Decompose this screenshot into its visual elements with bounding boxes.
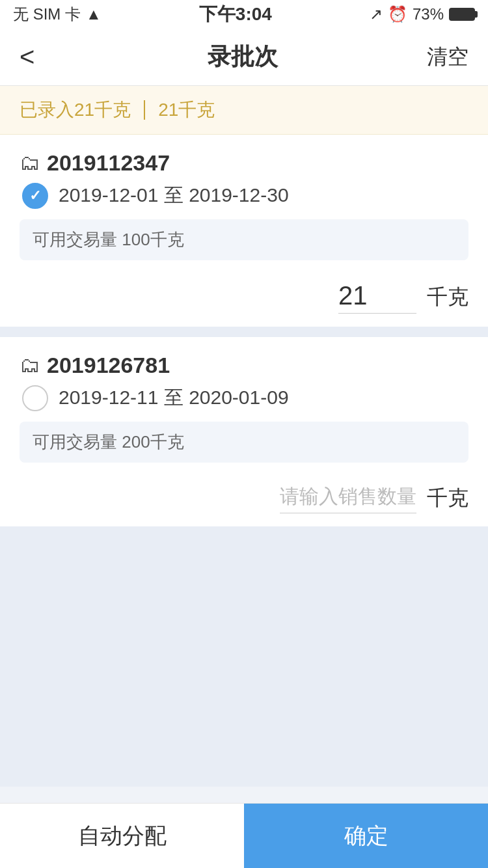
wifi-icon: ▲ — [86, 5, 102, 23]
batch-2-header-area: 🗂 2019126781 2019-12-11 至 2020-01-09 可用交… — [0, 337, 488, 463]
clear-button[interactable]: 清空 — [427, 43, 468, 72]
batch-doc-icon-2: 🗂 — [20, 353, 40, 377]
battery-label: 73% — [413, 5, 444, 23]
batch-1-id: 2019112347 — [47, 150, 170, 176]
batch-item-1: 🗂 2019112347 2019-12-01 至 2019-12-30 可用交… — [0, 135, 488, 327]
batch-2-id: 2019126781 — [47, 353, 170, 378]
bottom-bar: 自动分配 确定 — [0, 803, 488, 868]
recorded-amount: 已录入21千克 — [20, 98, 131, 122]
batch-2-input-row[interactable]: 请输入销售数量 千克 — [0, 473, 488, 526]
page-title: 录批次 — [208, 41, 278, 73]
content-area: 🗂 2019112347 2019-12-01 至 2019-12-30 可用交… — [0, 135, 488, 852]
batch-2-quantity-input[interactable]: 请输入销售数量 — [280, 483, 416, 513]
gray-background — [0, 526, 488, 787]
batch-1-date: 2019-12-01 至 2019-12-30 — [59, 182, 289, 209]
confirm-button[interactable]: 确定 — [244, 804, 488, 868]
sim-label: 无 SIM 卡 — [13, 4, 81, 25]
batch-1-quantity-value: 21 — [338, 281, 368, 310]
batch-2-id-row: 🗂 2019126781 — [20, 353, 468, 378]
batch-1-id-row: 🗂 2019112347 — [20, 150, 468, 176]
back-button[interactable]: < — [20, 42, 59, 72]
info-divider — [144, 100, 145, 120]
battery-icon — [449, 8, 475, 21]
info-banner: 已录入21千克 21千克 — [0, 86, 488, 135]
nav-bar: < 录批次 清空 — [0, 29, 488, 86]
section-divider — [0, 327, 488, 337]
batch-1-availability: 可用交易量 100千克 — [20, 219, 468, 260]
batch-2-availability: 可用交易量 200千克 — [20, 422, 468, 463]
batch-1-quantity-row[interactable]: 21 千克 — [0, 271, 488, 327]
status-right: ↗ ⏰ 73% — [370, 5, 475, 23]
batch-item-2: 🗂 2019126781 2019-12-11 至 2020-01-09 可用交… — [0, 337, 488, 526]
amount-value: 21千克 — [158, 98, 215, 122]
status-left: 无 SIM 卡 ▲ — [13, 4, 102, 25]
auto-distribute-button[interactable]: 自动分配 — [0, 804, 244, 868]
batch-1-header-area: 🗂 2019112347 2019-12-01 至 2019-12-30 可用交… — [0, 135, 488, 260]
status-bar: 无 SIM 卡 ▲ 下午3:04 ↗ ⏰ 73% — [0, 0, 488, 29]
batch-1-radio[interactable] — [22, 183, 48, 209]
location-icon: ↗ — [370, 5, 383, 23]
batch-2-unit: 千克 — [427, 484, 468, 513]
alarm-icon: ⏰ — [388, 5, 407, 23]
batch-1-quantity-input[interactable]: 21 — [338, 281, 416, 314]
status-time: 下午3:04 — [199, 2, 272, 27]
batch-1-unit: 千克 — [427, 283, 468, 312]
batch-1-date-row[interactable]: 2019-12-01 至 2019-12-30 — [20, 182, 468, 209]
batch-2-date: 2019-12-11 至 2020-01-09 — [59, 385, 289, 411]
batch-2-date-row[interactable]: 2019-12-11 至 2020-01-09 — [20, 385, 468, 411]
batch-doc-icon: 🗂 — [20, 151, 40, 175]
batch-2-placeholder: 请输入销售数量 — [280, 485, 416, 507]
batch-2-radio[interactable] — [22, 385, 48, 411]
